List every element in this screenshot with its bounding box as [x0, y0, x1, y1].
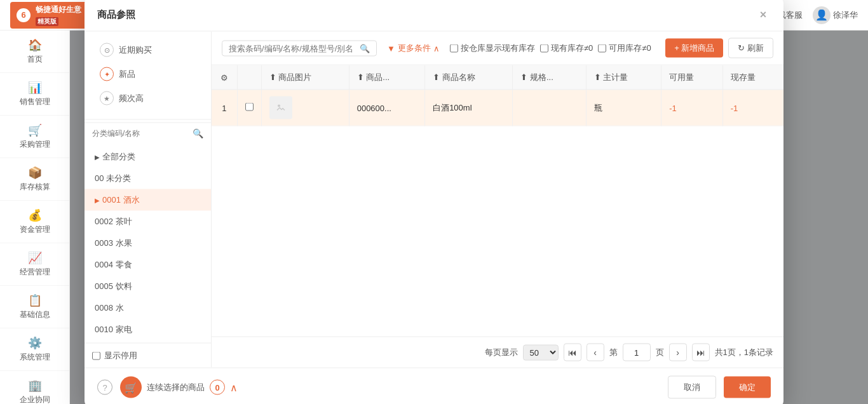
cell-code: 000600... — [349, 90, 424, 126]
next-page-button[interactable]: › — [669, 344, 687, 361]
product-search-input[interactable] — [229, 43, 356, 53]
sidebar-item-basic[interactable]: 📋 基础信息 — [0, 286, 69, 328]
left-panel-top: ⊙ 近期购买 ✦ 新品 ★ 频次高 — [85, 32, 211, 117]
all-categories-item[interactable]: ▶ 全部分类 — [85, 146, 211, 168]
col-name[interactable]: ⬆ 商品名称 — [425, 65, 513, 90]
current-stock-filter[interactable]: 现有库存≠0 — [540, 43, 593, 54]
more-filters-button[interactable]: ▼ 更多条件 ∧ — [382, 40, 445, 57]
available-stock-filter[interactable]: 可用库存≠0 — [598, 43, 651, 54]
inventory-label: 库存核算 — [20, 182, 50, 192]
refresh-button[interactable]: ↻ 刷新 — [728, 38, 773, 58]
cat-0002-label: 0002 茶叶 — [95, 216, 132, 227]
category-list: ▶ 全部分类 00 未分类 ▶ 0001 酒水 0002 茶叶 0003 水果 — [85, 144, 211, 343]
display-disabled-checkbox[interactable] — [92, 351, 100, 360]
col-unit[interactable]: ⬆ 主计量 — [586, 65, 661, 90]
product-thumbnail — [269, 97, 292, 119]
col-stock[interactable]: 现存量 — [722, 65, 783, 90]
sidebar-item-enterprise[interactable]: 🏢 企业协同 — [0, 371, 69, 404]
sales-icon: 📊 — [28, 81, 42, 95]
operation-label: 经营管理 — [20, 267, 50, 278]
display-disabled-toggle[interactable]: 显示停用 — [85, 343, 211, 368]
recent-buy-item[interactable]: ⊙ 近期购买 — [92, 38, 203, 62]
sidebar-item-purchase[interactable]: 🛒 采购管理 — [0, 116, 69, 158]
category-0001[interactable]: ▶ 0001 酒水 — [85, 189, 211, 211]
enterprise-label: 企业协同 — [20, 394, 50, 404]
cat-0001-label: 0001 酒水 — [102, 194, 140, 206]
cat-0010-label: 0010 家电 — [95, 324, 132, 335]
per-page-select[interactable]: 50 10 20 100 — [523, 344, 559, 360]
category-search: 🔍 — [85, 123, 211, 144]
right-panel: 🔍 ▼ 更多条件 ∧ 按仓库显示现有库存 现有库存≠0 — [212, 32, 783, 368]
finance-label: 资金管理 — [20, 224, 50, 235]
sidebar-item-operation[interactable]: 📈 经营管理 — [0, 243, 69, 286]
new-product-icon: ✦ — [100, 67, 114, 81]
category-search-icon[interactable]: 🔍 — [193, 128, 203, 138]
col-spec[interactable]: ⬆ 规格... — [513, 65, 586, 90]
col-code[interactable]: ⬆ 商品... — [349, 65, 424, 90]
category-00[interactable]: 00 未分类 — [85, 168, 211, 189]
modal-header: 商品参照 × — [85, 0, 783, 32]
cat-0001-arrow: ▶ — [95, 196, 100, 203]
collapse-selection-icon[interactable]: ∧ — [230, 381, 238, 393]
by-warehouse-checkbox[interactable] — [450, 44, 458, 52]
first-page-button[interactable]: ⏮ — [564, 344, 581, 361]
cell-checkbox[interactable] — [237, 90, 261, 126]
col-available[interactable]: 可用量 — [661, 65, 723, 90]
filter-icon: ▼ — [387, 43, 395, 53]
purchase-label: 采购管理 — [20, 139, 50, 150]
sidebar-item-home[interactable]: 🏠 首页 — [0, 30, 69, 73]
product-reference-modal: 商品参照 × ⊙ 近期购买 ✦ 新品 ★ 频次高 — [85, 0, 783, 404]
home-icon: 🏠 — [28, 38, 42, 52]
add-product-button[interactable]: + 新增商品 — [665, 39, 723, 58]
high-freq-item[interactable]: ★ 频次高 — [92, 86, 203, 111]
modal-close-button[interactable]: × — [756, 7, 771, 22]
filter-collapse-icon: ∧ — [433, 43, 440, 53]
col-settings[interactable]: ⚙ — [212, 65, 237, 90]
recent-buy-label: 近期购买 — [119, 44, 152, 56]
system-label: 系统管理 — [20, 352, 50, 363]
expand-arrow: ▶ — [95, 153, 100, 160]
product-search-box: 🔍 — [222, 40, 377, 56]
col-checkbox — [237, 65, 261, 90]
last-page-button[interactable]: ⏭ — [692, 344, 710, 361]
product-table-wrapper: ⚙ ⬆ 商品图片 ⬆ 商品... ⬆ 商品名称 — [212, 65, 783, 337]
category-search-input[interactable] — [92, 129, 189, 138]
page-label-pre: 第 — [609, 347, 618, 358]
category-0010[interactable]: 0010 家电 — [85, 319, 211, 340]
sidebar-item-finance[interactable]: 💰 资金管理 — [0, 201, 69, 243]
new-product-item[interactable]: ✦ 新品 — [92, 62, 203, 86]
all-categories-label: 全部分类 — [102, 151, 135, 163]
cell-spec — [513, 90, 586, 126]
table-row[interactable]: 1 — [212, 90, 783, 126]
page-number-input[interactable] — [623, 344, 651, 361]
sidebar-item-inventory[interactable]: 📦 库存核算 — [0, 158, 69, 201]
per-page-label: 每页显示 — [485, 347, 518, 358]
operation-icon: 📈 — [28, 251, 42, 265]
continuous-label: 连续选择的商品 — [147, 382, 205, 393]
category-0002[interactable]: 0002 茶叶 — [85, 211, 211, 232]
current-stock-label: 现有库存≠0 — [551, 43, 593, 54]
user-profile-btn[interactable]: 👤 徐泽华 — [813, 6, 858, 24]
by-warehouse-filter[interactable]: 按仓库显示现有库存 — [450, 43, 535, 54]
current-stock-checkbox[interactable] — [540, 44, 548, 52]
row-checkbox[interactable] — [245, 103, 254, 111]
enterprise-icon: 🏢 — [28, 379, 42, 393]
sidebar-item-system[interactable]: ⚙️ 系统管理 — [0, 328, 69, 371]
category-0008[interactable]: 0008 水 — [85, 297, 211, 319]
help-icon[interactable]: ? — [97, 380, 112, 395]
category-0003[interactable]: 0003 水果 — [85, 232, 211, 254]
pagination-bar: 每页显示 50 10 20 100 ⏮ ‹ 第 页 › ⏭ 共1页，1条记录 — [212, 337, 783, 368]
col-image: ⬆ 商品图片 — [261, 65, 349, 90]
sidebar-item-sales[interactable]: 📊 销售管理 — [0, 73, 69, 116]
continuous-count: 0 — [210, 380, 225, 395]
cart-icon[interactable]: 🛒 — [120, 377, 142, 398]
available-stock-checkbox[interactable] — [598, 44, 606, 52]
product-search-icon[interactable]: 🔍 — [360, 43, 370, 53]
cancel-button[interactable]: 取消 — [668, 376, 716, 399]
confirm-button[interactable]: 确定 — [724, 377, 771, 398]
cell-available: -1 — [661, 90, 723, 126]
svg-rect-0 — [275, 102, 287, 114]
prev-page-button[interactable]: ‹ — [587, 344, 604, 361]
category-0004[interactable]: 0004 零食 — [85, 254, 211, 276]
category-0005[interactable]: 0005 饮料 — [85, 276, 211, 297]
